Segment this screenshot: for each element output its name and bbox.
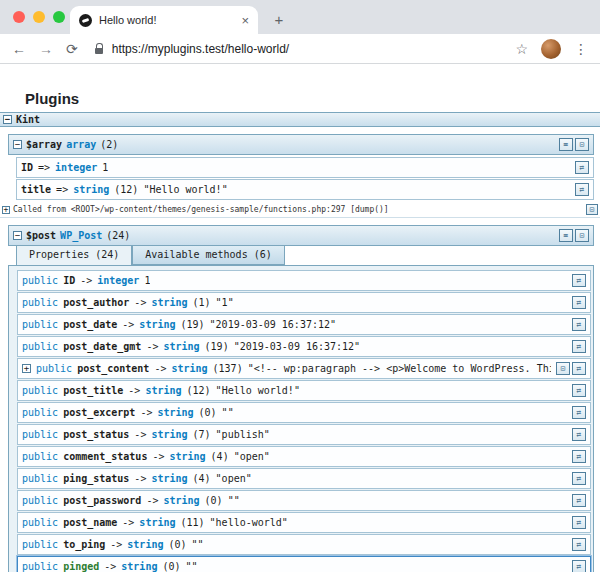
new-tab-button[interactable]: + <box>270 11 288 28</box>
operator: -> <box>134 473 146 484</box>
kint-row[interactable]: ID => integer 1 ⇄ <box>16 157 594 178</box>
access-path-button[interactable]: ⇄ <box>572 538 586 551</box>
back-button[interactable]: ← <box>12 42 26 56</box>
access-path-button[interactable]: ⇄ <box>575 161 589 174</box>
profile-avatar[interactable] <box>541 39 561 59</box>
operator: -> <box>146 341 158 352</box>
access-path-button[interactable]: ⇄ <box>575 183 589 196</box>
kint-row[interactable]: public post_date_gmt -> string (19) "201… <box>17 336 591 357</box>
kint-row[interactable]: public comment_status -> string (4) "ope… <box>17 446 591 467</box>
row-actions: ⇄ <box>572 428 586 441</box>
variable-name: $post <box>26 230 56 241</box>
collapse-toggle-icon[interactable]: − <box>3 115 12 124</box>
called-from-text: Called from <ROOT>/wp-content/themes/gen… <box>13 205 389 214</box>
called-from-bar: + Called from <ROOT>/wp-content/themes/g… <box>0 202 600 218</box>
kint-row[interactable]: public post_excerpt -> string (0) "" ⇄ <box>17 402 591 423</box>
access-path-button[interactable]: ⇄ <box>572 494 586 507</box>
access-path-button[interactable]: ⇄ <box>572 560 586 572</box>
expand-toggle-icon[interactable]: + <box>2 206 10 214</box>
value-text: "2019-03-09 16:37:12" <box>234 341 360 352</box>
reload-button[interactable]: ⟳ <box>66 42 78 56</box>
access-path-button[interactable]: ⇄ <box>572 274 586 287</box>
post-section-header[interactable]: − $post WP_Post (24) ≡ ⊡ <box>8 225 594 246</box>
kint-row[interactable]: public post_status -> string (7) "publis… <box>17 424 591 445</box>
browser-tab[interactable]: Hello world! × <box>70 6 258 34</box>
type-label: string <box>151 297 187 308</box>
collapse-toggle-icon[interactable]: − <box>13 231 22 240</box>
tab-close-icon[interactable]: × <box>241 14 249 27</box>
property-name: post_date_gmt <box>63 341 141 352</box>
kint-row[interactable]: public post_title -> string (12) "Hello … <box>17 380 591 401</box>
section-actions: ≡ ⊡ <box>559 229 589 242</box>
property-name: ID <box>21 162 33 173</box>
access-path-button[interactable]: ⇄ <box>572 362 586 375</box>
kint-row[interactable]: public post_name -> string (11) "hello-w… <box>17 512 591 533</box>
access-path-button[interactable]: ⇄ <box>572 406 586 419</box>
size-label: (7) <box>193 429 211 440</box>
tab-strip: Hello world! × + <box>0 0 600 34</box>
kint-row[interactable]: public pinged -> string (0) "" ⇄ <box>17 556 591 572</box>
type-label: string <box>121 561 157 572</box>
array-section-header[interactable]: − $array array (2) ≡ ⊡ <box>8 134 594 155</box>
row-actions: ⇄ <box>572 274 586 287</box>
access-modifier: public <box>22 341 58 352</box>
operator: => <box>56 184 68 195</box>
access-path-button[interactable]: ⇄ <box>572 340 586 353</box>
kint-row[interactable]: public to_ping -> string (0) "" ⇄ <box>17 534 591 555</box>
access-modifier: public <box>22 319 58 330</box>
properties-panel: public ID -> integer 1 ⇄ public post_aut… <box>8 265 594 572</box>
access-path-button[interactable]: ⇄ <box>572 472 586 485</box>
search-icon-button[interactable]: ≡ <box>559 229 573 242</box>
row-actions: ⇄ <box>572 494 586 507</box>
zoom-window-button[interactable] <box>53 11 65 23</box>
type-label: string <box>151 429 187 440</box>
page-content: Plugins − Kint − $array array (2) ≡ ⊡ <box>0 64 600 572</box>
access-path-button[interactable]: ⇄ <box>572 516 586 529</box>
access-path-button[interactable]: ⇄ <box>572 384 586 397</box>
operator: => <box>38 162 50 173</box>
kint-tab-bar: Properties (24) Available methods (6) <box>16 246 594 265</box>
access-path-button[interactable]: ⇄ <box>572 428 586 441</box>
forward-button[interactable]: → <box>39 42 53 56</box>
kint-row[interactable]: public post_date -> string (19) "2019-03… <box>17 314 591 335</box>
kint-row[interactable]: public post_author -> string (1) "1" ⇄ <box>17 292 591 313</box>
row-actions: ⇄ <box>572 384 586 397</box>
access-path-button[interactable]: ⇄ <box>572 450 586 463</box>
search-icon-button[interactable]: ≡ <box>559 138 573 151</box>
access-path-button[interactable]: ⇄ <box>572 296 586 309</box>
window-icon-button[interactable]: ⊡ <box>556 362 570 375</box>
access-modifier: public <box>22 429 58 440</box>
kint-row[interactable]: + public post_content -> string (137) "<… <box>17 358 591 379</box>
bookmark-star-icon[interactable]: ☆ <box>515 42 528 56</box>
expand-toggle-icon[interactable]: + <box>22 364 31 373</box>
size-label: (1) <box>193 297 211 308</box>
minimize-window-button[interactable] <box>33 11 45 23</box>
close-window-button[interactable] <box>13 11 25 23</box>
browser-menu-icon[interactable]: ⋮ <box>574 42 588 56</box>
tab-favicon <box>79 14 92 27</box>
address-bar[interactable]: https://myplugins.test/hello-world/ <box>112 42 503 56</box>
access-modifier: public <box>36 363 72 374</box>
operator: -> <box>122 319 134 330</box>
kint-row[interactable]: public ID -> integer 1 ⇄ <box>17 270 591 291</box>
kint-root-bar[interactable]: − Kint <box>0 112 600 127</box>
tab-available-methods[interactable]: Available methods (6) <box>132 246 284 265</box>
kint-row[interactable]: public post_password -> string (0) "" ⇄ <box>17 490 591 511</box>
value-text: "Hello world!" <box>143 184 227 195</box>
type-label: array <box>66 139 96 150</box>
collapse-toggle-icon[interactable]: − <box>13 140 22 149</box>
row-actions: ⇄ <box>572 538 586 551</box>
size-label: (19) <box>205 341 229 352</box>
kint-row[interactable]: public ping_status -> string (4) "open" … <box>17 468 591 489</box>
size-label: (0) <box>199 407 217 418</box>
row-actions: ⇄ <box>572 450 586 463</box>
window-icon-button[interactable]: ⊡ <box>575 138 589 151</box>
tab-properties[interactable]: Properties (24) <box>16 246 132 266</box>
operator: -> <box>80 275 92 286</box>
type-label: string <box>73 184 109 195</box>
window-icon-button[interactable]: ⊡ <box>586 204 598 215</box>
window-icon-button[interactable]: ⊡ <box>575 229 589 242</box>
value-text: "hello-world" <box>210 517 288 528</box>
kint-row[interactable]: title => string (12) "Hello world!" ⇄ <box>16 179 594 200</box>
access-path-button[interactable]: ⇄ <box>572 318 586 331</box>
